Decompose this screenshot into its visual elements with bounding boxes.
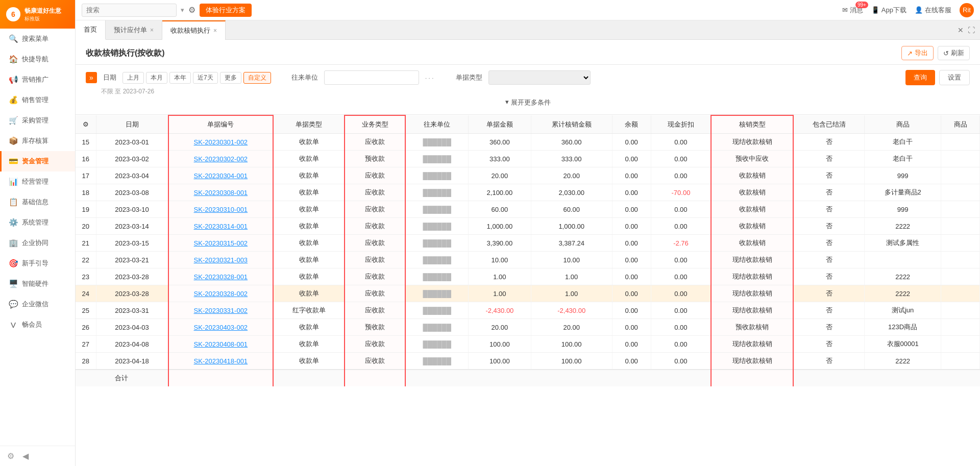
sidebar-item-quick[interactable]: 🏠快捷导航 [0,49,75,69]
cell-biz-type: 应收款 [345,353,405,370]
footer-amount [469,370,531,386]
sidebar-item-member[interactable]: V畅会员 [0,314,75,335]
cell-included: 否 [793,302,864,319]
cell-verified: -2,430.00 [531,302,612,319]
sidebar-item-ops[interactable]: 📊经营管理 [0,171,75,192]
cell-doc-no: SK-20230308-001 [168,184,273,201]
table-row: 22 2023-03-21 SK-20230321-003 收款单 应收款 ██… [76,252,980,268]
sidebar-item-guide[interactable]: 🎯新手引导 [0,253,75,274]
sidebar-item-sales[interactable]: 💰销售管理 [0,90,75,110]
sidebar-label-sales: 销售管理 [22,95,48,105]
partner-input[interactable] [324,70,419,85]
footer-biz-type [345,370,405,386]
cell-doc-type: 收款单 [273,319,345,336]
footer-balance [612,370,651,386]
cell-partner: ██████ [405,252,469,268]
message-button[interactable]: ✉ 消息 99+ [842,6,863,15]
data-table-wrapper[interactable]: ⚙ 日期 单据编号 单据类型 业务类型 往来单位 单据金额 累计核销金额 余额 … [76,115,980,466]
tab-verify[interactable]: 收款核销执行× [162,20,226,40]
doc-link[interactable]: SK-20230328-002 [194,290,248,298]
col-goods2: 商品 [941,115,980,134]
doc-link[interactable]: SK-20230314-001 [194,223,248,230]
sidebar-label-wechat: 企业微信 [22,300,48,309]
app-download-button[interactable]: 📱 App下载 [871,6,906,15]
sidebar-item-stock[interactable]: 📦库存核算 [0,131,75,151]
footer-partner [405,370,469,386]
tabs-right-actions: ✕ ⛶ [958,26,980,34]
close-tab-icon[interactable]: ✕ [958,26,964,34]
cell-balance: 0.00 [612,252,651,268]
doc-link[interactable]: SK-20230308-001 [194,189,248,197]
sidebar-item-wechat[interactable]: 💬企业微信 [0,294,75,314]
search-input[interactable] [82,4,177,17]
doc-link[interactable]: SK-20230315-002 [194,239,248,247]
date-this-month-btn[interactable]: 本月 [146,72,167,84]
doc-link[interactable]: SK-20230408-001 [194,340,248,348]
date-more-btn[interactable]: 更多 [220,72,241,84]
cell-verified: 1,000.00 [531,218,612,235]
doc-link[interactable]: SK-20230321-003 [194,256,248,264]
sidebar-item-corp[interactable]: 🏢企业协同 [0,233,75,253]
sidebar-item-search[interactable]: 🔍搜索菜单 [0,29,75,49]
page-content: 收款核销执行(按收款) ↗ 导出 ↺ 刷新 » 日期 上月 本月 [76,40,980,466]
export-icon: ↗ [907,50,913,57]
settings-gear-icon[interactable]: ⚙ [188,5,195,15]
collapse-icon[interactable]: ◀ [22,451,29,461]
solution-button[interactable]: 体验行业方案 [200,4,252,17]
tab-close-prepay[interactable]: × [150,27,154,34]
date-custom-btn[interactable]: 自定义 [243,72,271,84]
date-7days-btn[interactable]: 近7天 [193,72,218,84]
cell-idx: 21 [76,235,96,252]
filter-setting-button[interactable]: 设置 [939,70,970,85]
cell-verify-type: 收款核销 [711,167,793,184]
cell-biz-type: 应收款 [345,184,405,201]
refresh-button[interactable]: ↺ 刷新 [938,46,970,60]
service-icon: 👤 [915,6,923,14]
query-button[interactable]: 查询 [905,70,935,85]
user-avatar[interactable]: Rit [960,3,974,17]
doc-link[interactable]: SK-20230310-001 [194,206,248,213]
filter-toggle-button[interactable]: » [86,72,97,83]
sidebar-label-hardware: 智能硬件 [22,279,48,288]
sidebar-item-marketing[interactable]: 📢营销推广 [0,69,75,90]
cell-verify-type: 收款核销 [711,184,793,201]
refresh-icon: ↺ [943,50,949,57]
sidebar-item-finance[interactable]: 💳资金管理 [0,151,75,171]
table-row: 26 2023-04-03 SK-20230403-002 收款单 预收款 ██… [76,319,980,336]
maximize-tab-icon[interactable]: ⛶ [968,26,975,34]
tab-prepay[interactable]: 预计应付单× [106,20,162,40]
search-chevron-icon[interactable]: ▾ [181,6,184,14]
filter-bar: » 日期 上月 本月 本年 近7天 更多 自定义 往来单位 ··· 单据类型 [76,65,980,115]
online-service-button[interactable]: 👤 在线客服 [915,6,951,15]
export-button[interactable]: ↗ 导出 [901,46,934,60]
cell-doc-type: 收款单 [273,167,345,184]
expand-filter-button[interactable]: ▾ 展开更多条件 [86,96,970,109]
cell-date: 2023-04-08 [96,336,168,353]
doc-link[interactable]: SK-20230403-002 [194,324,248,331]
doc-link[interactable]: SK-20230302-002 [194,155,248,163]
cell-amount: -2,430.00 [469,302,531,319]
date-last-month-btn[interactable]: 上月 [122,72,144,84]
tab-home[interactable]: 首页 [76,20,106,40]
doc-link[interactable]: SK-20230328-001 [194,273,248,281]
doc-link[interactable]: SK-20230301-002 [194,138,248,146]
cell-included: 否 [793,252,864,268]
sidebar-item-purchase[interactable]: 🛒采购管理 [0,110,75,131]
footer-included [793,370,864,386]
tab-close-verify[interactable]: × [213,27,217,34]
col-included: 包含已结清 [793,115,864,134]
doc-type-select[interactable] [488,70,591,85]
sidebar-item-system[interactable]: ⚙️系统管理 [0,212,75,233]
sidebar-item-base[interactable]: 📋基础信息 [0,192,75,212]
doc-link[interactable]: SK-20230304-001 [194,172,248,180]
sidebar-item-hardware[interactable]: 🖥️智能硬件 [0,274,75,294]
date-this-year-btn[interactable]: 本年 [169,72,191,84]
table-row: 17 2023-03-04 SK-20230304-001 收款单 应收款 ██… [76,167,980,184]
message-icon: ✉ [842,6,848,14]
doc-link[interactable]: SK-20230418-001 [194,357,248,365]
logo-text-block: 畅康道好生意 标推版 [24,7,61,22]
footer-discount [651,370,711,386]
settings-icon[interactable]: ⚙ [7,451,14,461]
table-header-row: ⚙ 日期 单据编号 单据类型 业务类型 往来单位 单据金额 累计核销金额 余额 … [76,115,980,134]
doc-link[interactable]: SK-20230331-002 [194,307,248,314]
